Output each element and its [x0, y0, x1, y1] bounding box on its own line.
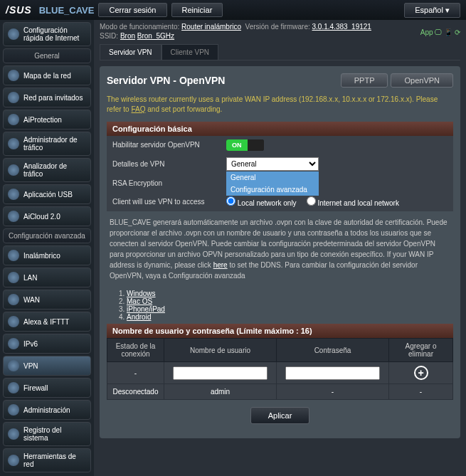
sidebar-item-firewall[interactable]: Firewall — [3, 378, 91, 398]
os-link-macos[interactable]: Mac OS — [127, 297, 152, 305]
openvpn-button[interactable]: OpenVPN — [391, 73, 453, 88]
main-content: Modo de funcionamiento: Router inalámbri… — [94, 20, 466, 476]
chart-icon — [8, 164, 19, 176]
top-bar: /SUS BLUE_CAVE Cerrar sesión Reiniciar E… — [0, 0, 466, 20]
sidebar-item-traffic-manager[interactable]: Administrador de tráfico — [3, 132, 91, 156]
sidebar-item-lan[interactable]: LAN — [3, 268, 91, 287]
vpn-details-select[interactable]: General — [226, 157, 319, 171]
sidebar-item-network-map[interactable]: Mapa de la red — [3, 65, 91, 85]
table-row-new: - + — [107, 362, 453, 384]
col-password: Contraseña — [277, 339, 389, 362]
faq-link[interactable]: FAQ — [131, 105, 145, 113]
sidebar-item-vpn[interactable]: VPN — [3, 356, 91, 376]
firewall-icon — [8, 382, 19, 393]
wan-icon — [8, 294, 19, 305]
users-table: Estado de la conexión Nombre de usuario … — [107, 338, 453, 400]
os-link-iphone[interactable]: iPhone/iPad — [127, 305, 165, 313]
ssid-1-link[interactable]: Bron — [120, 32, 135, 40]
sidebar-item-usb-app[interactable]: Aplicación USB — [3, 184, 91, 204]
col-username: Nombre de usuario — [164, 339, 277, 362]
ddns-here-link[interactable]: here — [213, 261, 228, 269]
tools-icon — [8, 455, 19, 466]
sidebar-item-guest-network[interactable]: Red para invitados — [3, 88, 91, 107]
brand-logo: /SUS — [6, 4, 32, 16]
sidebar: Configuración rápida de Internet General… — [0, 20, 94, 476]
sidebar-item-net-tools[interactable]: Herramientas de red — [3, 448, 91, 472]
username-cell: admin — [164, 384, 277, 400]
os-link-android[interactable]: Android — [127, 313, 151, 321]
model-name: BLUE_CAVE — [39, 5, 95, 16]
users-header: Nombre de usuario y contraseña (Límite m… — [107, 324, 453, 338]
language-select[interactable]: Español ▾ — [404, 3, 460, 18]
sidebar-header-general: General — [3, 48, 91, 63]
logout-button[interactable]: Cerrar sesión — [98, 3, 166, 17]
col-action: Agregar o eliminar — [389, 339, 453, 362]
radio-local-only[interactable]: Local network only — [226, 196, 297, 207]
add-user-button[interactable]: + — [414, 366, 428, 380]
vpn-details-dropdown: General Configuración avanzada — [226, 171, 319, 196]
vpn-tabs: Servidor VPN Cliente VPN — [100, 44, 460, 60]
log-icon — [8, 428, 19, 440]
admin-icon — [8, 404, 19, 416]
reboot-button[interactable]: Reiniciar — [171, 3, 223, 17]
status-cell: Desconectado — [107, 384, 164, 400]
app-icons[interactable]: App 🖵 📱 ⟳ — [420, 28, 460, 36]
alexa-icon — [8, 316, 19, 327]
map-icon — [8, 70, 19, 81]
cloud-icon — [8, 211, 19, 222]
sidebar-item-syslog[interactable]: Registro del sistema — [3, 422, 91, 446]
ipv6-icon — [8, 338, 19, 349]
action-cell: - — [389, 384, 453, 400]
sidebar-item-wireless[interactable]: Inalámbrico — [3, 245, 91, 265]
password-input[interactable] — [285, 366, 379, 380]
sidebar-item-aiprotection[interactable]: AiProtection — [3, 110, 91, 129]
sidebar-item-admin[interactable]: Administración — [3, 400, 91, 420]
apply-button[interactable]: Aplicar — [250, 407, 310, 424]
sidebar-item-alexa-ifttt[interactable]: Alexa & IFTTT — [3, 312, 91, 332]
operation-mode-link[interactable]: Router inalámbrico — [181, 23, 241, 31]
password-cell: - — [277, 384, 389, 400]
sidebar-item-ipv6[interactable]: IPv6 — [3, 334, 91, 354]
tab-vpn-server[interactable]: Servidor VPN — [100, 44, 161, 60]
os-list: Windows Mac OS iPhone/iPad Android — [107, 287, 453, 324]
table-row: Desconectado admin - - — [107, 384, 453, 400]
gauge-icon — [8, 138, 19, 149]
tab-vpn-client[interactable]: Cliente VPN — [161, 44, 218, 60]
sidebar-item-wan[interactable]: WAN — [3, 290, 91, 310]
page-title: Servidor VPN - OpenVPN — [107, 75, 225, 86]
dropdown-option-advanced[interactable]: Configuración avanzada — [226, 184, 319, 196]
pptp-button[interactable]: PPTP — [341, 73, 388, 88]
guest-icon — [8, 92, 19, 103]
os-link-windows[interactable]: Windows — [127, 290, 156, 297]
usb-icon — [8, 189, 19, 200]
wifi-icon — [8, 250, 19, 261]
ssid-2-link[interactable]: Bron_5GHz — [137, 32, 174, 40]
sidebar-header-advanced: Configuración avanzada — [3, 228, 91, 243]
quick-setup-button[interactable]: Configuración rápida de Internet — [3, 22, 91, 46]
dropdown-option-general[interactable]: General — [226, 171, 319, 184]
description-text: BLUE_CAVE generará automáticamente un ar… — [107, 211, 453, 287]
vpn-panel: Servidor VPN - OpenVPN PPTP OpenVPN The … — [100, 66, 460, 438]
radio-internet-local[interactable]: Internet and local network — [307, 196, 399, 207]
sidebar-item-traffic-analyzer[interactable]: Analizador de tráfico — [3, 158, 91, 182]
globe-icon — [8, 28, 19, 40]
col-status: Estado de la conexión — [107, 339, 164, 362]
basic-config-header: Configuración básica — [107, 122, 453, 136]
openvpn-toggle[interactable]: ON — [226, 139, 264, 151]
sidebar-item-aicloud[interactable]: AiCloud 2.0 — [3, 206, 91, 226]
row-enable-openvpn: Habilitar servidor OpenVPN ON — [107, 136, 453, 154]
shield-icon — [8, 114, 19, 125]
username-input[interactable] — [173, 366, 267, 380]
vpn-icon — [8, 360, 19, 371]
lan-icon — [8, 272, 19, 283]
wan-warning: The wireless router currently uses a pri… — [107, 95, 453, 115]
firmware-link[interactable]: 3.0.1.4.383_19121 — [312, 23, 371, 31]
row-vpn-details: Detalles de VPN General General Configur… — [107, 154, 453, 174]
